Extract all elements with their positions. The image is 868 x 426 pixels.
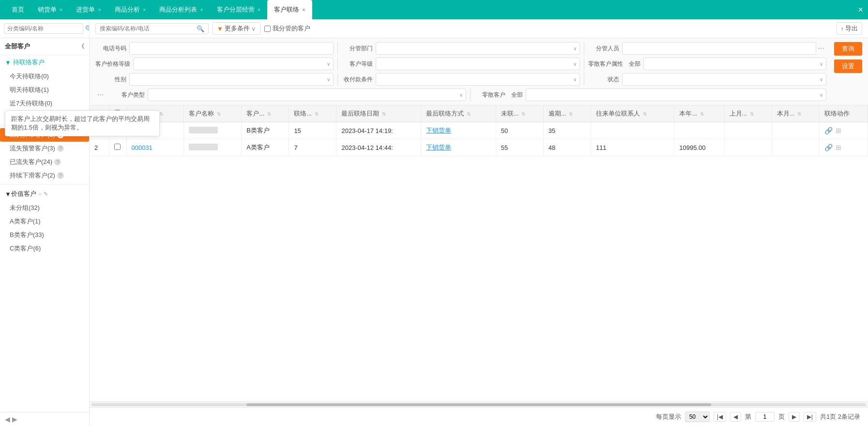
customer-level-select[interactable]: ∨	[376, 58, 580, 70]
more-action-icon[interactable]: ⊞	[836, 144, 841, 151]
search-icon[interactable]: 🔍	[85, 25, 90, 32]
row-name[interactable]	[184, 122, 242, 139]
col-year-amount[interactable]: 本年... ⇅	[674, 105, 724, 122]
close-icon[interactable]: ×	[200, 7, 203, 13]
row-checkbox[interactable]	[109, 139, 126, 156]
sidebar-item-b-class[interactable]: B类客户(33)	[0, 228, 89, 242]
sidebar-item-today[interactable]: 今天待联络(0)	[0, 70, 89, 83]
row-contact-count: 7	[289, 139, 336, 156]
sidebar-item-no-group[interactable]: 未分组(32)	[0, 201, 89, 215]
col-last-month[interactable]: 上月... ⇅	[724, 105, 772, 122]
close-icon[interactable]: ×	[98, 7, 101, 13]
circle-icon[interactable]: ○	[38, 191, 42, 197]
col-level[interactable]: 客户... ⇅	[242, 105, 289, 122]
next-page-button[interactable]: ▶	[789, 412, 800, 422]
customer-type-select[interactable]: ∨	[148, 88, 466, 101]
sidebar-item-7days[interactable]: 近7天待联络(0)	[0, 97, 89, 110]
my-customers-checkbox[interactable]	[264, 26, 271, 32]
zero-retail-field: 零散客户 全部 ∨	[474, 88, 827, 101]
row-overdue: 35	[543, 122, 591, 139]
pending-contact-group[interactable]: ▼ 待联络客户	[0, 55, 89, 70]
sidebar-item-c-class[interactable]: C类客户(6)	[0, 242, 89, 255]
edit-icon[interactable]: ✎	[44, 191, 48, 197]
more-action-icon[interactable]: ⊞	[836, 127, 841, 134]
prev-page-button[interactable]: ◀	[730, 412, 741, 422]
window-close-button[interactable]: ×	[858, 5, 863, 15]
contact-icon[interactable]: 🔗	[824, 144, 833, 151]
sidebar-item-lost-preview[interactable]: 流失预警客户(3) ?	[0, 142, 89, 155]
chevron-down-icon: ∨	[820, 92, 823, 98]
search-input[interactable]	[100, 25, 197, 32]
last-page-button[interactable]: ▶|	[804, 412, 816, 422]
query-button[interactable]: 查询	[834, 42, 862, 56]
row-un-contact: 50	[496, 122, 543, 139]
col-un-contact[interactable]: 未联... ⇅	[496, 105, 543, 122]
col-last-contact-method[interactable]: 最后联络方式 ⇅	[421, 105, 496, 122]
col-this-month[interactable]: 本月... ⇅	[772, 105, 819, 122]
horizontal-scrollbar[interactable]	[90, 401, 868, 407]
close-icon[interactable]: ×	[258, 7, 260, 13]
nav-sales-order[interactable]: 销货单 ×	[31, 0, 69, 19]
nav-customer-segment[interactable]: 客户分层经营 ×	[210, 0, 267, 19]
nav-product-analysis[interactable]: 商品分析 ×	[108, 0, 152, 19]
export-button[interactable]: ↑ 导出	[837, 22, 863, 35]
col-contact-person[interactable]: 往来单位联系人 ⇅	[591, 105, 674, 122]
row-last-contact-method[interactable]: 下销货单	[421, 122, 496, 139]
per-page-select[interactable]: 50 100	[685, 411, 710, 422]
sort-icon: ⇅	[643, 111, 647, 117]
close-icon[interactable]: ×	[60, 7, 62, 13]
sort-icon: ⇅	[569, 111, 573, 117]
zero-retail-select[interactable]: ∨	[526, 88, 827, 101]
more-options-icon[interactable]: ···	[816, 44, 826, 53]
contact-icon[interactable]: 🔗	[824, 127, 833, 134]
phone-input[interactable]	[129, 42, 334, 55]
col-name[interactable]: 客户名称 ⇅	[184, 105, 242, 122]
prev-arrow-icon[interactable]: ◀	[5, 415, 10, 423]
next-arrow-icon[interactable]: ▶	[12, 415, 17, 423]
sidebar-item-continuous-down[interactable]: 持续下滑客户(2) ?	[0, 169, 89, 182]
close-icon[interactable]: ×	[302, 7, 305, 13]
col-contact-count[interactable]: 联络... ⇅	[289, 105, 336, 122]
value-customer-group[interactable]: ▼ 价值客户 ○ ✎	[0, 187, 89, 201]
status-select[interactable]: ∨	[622, 73, 826, 86]
more-options-icon2[interactable]: ···	[95, 90, 106, 99]
col-overdue[interactable]: 逾期... ⇅	[543, 105, 591, 122]
division-dept-select[interactable]: ∨	[376, 42, 580, 55]
current-page-input[interactable]	[755, 412, 775, 422]
close-icon[interactable]: ×	[143, 7, 146, 13]
row-name[interactable]	[184, 139, 242, 156]
category-search-input[interactable]	[4, 23, 83, 34]
blurred-name	[189, 127, 218, 133]
row-last-contact-method[interactable]: 下销货单	[421, 139, 496, 156]
row-year-amount	[674, 122, 724, 139]
first-page-button[interactable]: |◀	[714, 412, 726, 422]
sidebar-item-a-class[interactable]: A类客户(1)	[0, 215, 89, 228]
division-person-input[interactable]	[622, 42, 816, 55]
nav-purchase-order[interactable]: 进货单 ×	[69, 0, 107, 19]
settings-button[interactable]: 设置	[834, 59, 862, 73]
scrollbar-thumb[interactable]	[246, 403, 711, 406]
nav-customer-contact[interactable]: 客户联络 ×	[267, 0, 312, 19]
all-customers-header[interactable]: 全部客户 《	[0, 38, 89, 55]
col-last-contact-date[interactable]: 最后联络日期 ⇅	[336, 105, 421, 122]
scrollbar-track[interactable]	[91, 403, 866, 406]
row-code[interactable]: 000031	[126, 139, 184, 156]
my-customers-checkbox-label[interactable]: 我分管的客户	[264, 24, 310, 33]
price-level-select[interactable]: ∨	[133, 58, 334, 70]
nav-home[interactable]: 首页	[5, 0, 31, 19]
chevron-down-icon: ∨	[820, 61, 823, 67]
gender-select[interactable]: ∨	[129, 73, 334, 86]
collapse-icon[interactable]: 《	[78, 43, 84, 51]
more-conditions-button[interactable]: ▼ 更多条件 ∨	[213, 22, 260, 35]
info-icon: ?	[57, 172, 64, 179]
zero-retail-attr-select[interactable]: ∨	[643, 58, 826, 70]
search-icon[interactable]: 🔍	[197, 25, 204, 32]
payment-terms-select[interactable]: ∨	[376, 73, 580, 86]
row-select-checkbox[interactable]	[114, 144, 121, 150]
filter-icon: ▼	[217, 25, 223, 32]
sidebar-item-already-lost[interactable]: 已流失客户(24) ?	[0, 155, 89, 169]
nav-product-analysis-list[interactable]: 商品分析列表 ×	[152, 0, 210, 19]
pagination-bar: 每页显示 50 100 |◀ ◀ 第 页 ▶ ▶| 共1页 2条记录	[90, 407, 868, 426]
advanced-filter: 电话号码 分管部门 ∨ 分管人员	[90, 38, 868, 105]
sidebar-item-tomorrow[interactable]: 明天待联络(1)	[0, 83, 89, 97]
